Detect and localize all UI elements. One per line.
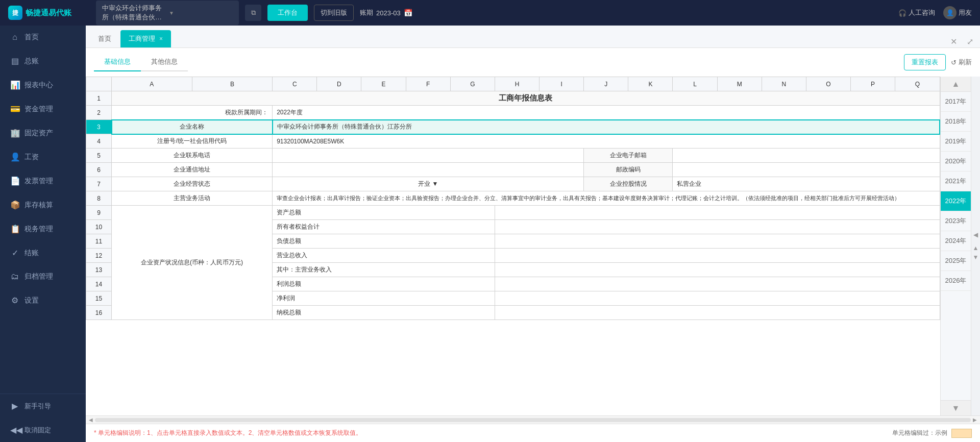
cell[interactable]: 企业经营状态 [112,177,273,191]
sidebar-item-wage[interactable]: 👤 工资 [0,145,86,169]
user-button[interactable]: 👤 用友 [943,6,972,19]
cell[interactable]: 净利润 [273,291,495,306]
year-scroll-up-button[interactable]: ▲ [941,77,971,92]
toolbar-right: 重置报表 ↺ 刷新 [904,54,972,70]
subtab-basic[interactable]: 基础信息 [94,53,141,71]
subtab-other[interactable]: 其他信息 [141,53,188,71]
cell[interactable] [495,234,940,249]
year-item-2022[interactable]: 2022年 [941,191,971,211]
cell-business[interactable]: 审查企业会计报表；出具审计报告；验证企业资本；出具验资报告；办理企业合并、分立、… [273,191,940,206]
cell[interactable]: 所有者权益合计 [273,220,495,234]
sidebar-item-settings[interactable]: ⚙ 设置 [0,288,86,312]
panel-up-button[interactable]: ▲ [973,244,979,252]
table-row: 5 企业联系电话 企业电子邮箱 [86,149,940,163]
scroll-track[interactable] [95,418,971,422]
cell-dropdown[interactable]: 开业 ▼ [273,177,584,191]
tab-home[interactable]: 首页 [90,30,119,47]
year-item-2018[interactable]: 2018年 [941,112,971,132]
cell[interactable] [495,306,940,320]
sidebar-item-label: 工资 [24,153,39,162]
ledger-icon: ▤ [10,56,19,66]
year-item-2020[interactable]: 2020年 [941,152,971,171]
cell[interactable]: 主营业务活动 [112,191,273,206]
cell[interactable]: 企业电子邮箱 [584,149,673,163]
year-item-2026[interactable]: 2026年 [941,271,971,291]
sidebar-item-label: 库存核算 [24,201,53,210]
sidebar: ⌂ 首页 ▤ 总账 📊 报表中心 💳 资金管理 🏢 固定资产 👤 工资 📄 发票… [0,26,86,442]
year-list: 2017年 2018年 2019年 2020年 2021年 2022年 2023… [941,92,971,400]
sidebar-item-home[interactable]: ⌂ 首页 [0,26,86,49]
cell[interactable]: 纳税总额 [273,306,495,320]
cell[interactable]: 其中：主营业务收入 [273,263,495,277]
cell-company-name[interactable]: 中审众环会计师事务所（特殊普通合伙）江苏分所 [273,120,940,134]
year-item-2017[interactable]: 2017年 [941,92,971,112]
cell[interactable]: 邮政编码 [584,163,673,177]
sidebar-item-newbie[interactable]: ▶ 新手引导 [0,394,86,418]
panel-down-button[interactable]: ▼ [973,254,979,261]
year-item-2025[interactable]: 2025年 [941,251,971,271]
cell[interactable]: 资产总额 [273,206,495,220]
company-selector[interactable]: 中审众环会计师事务所（特殊普通合伙… ▼ [96,1,239,25]
refresh-button[interactable]: ↺ 刷新 [951,58,972,67]
copy-button[interactable]: ⧉ [245,5,261,21]
year-item-2021[interactable]: 2021年 [941,171,971,191]
cell[interactable]: 企业控股情况 [584,177,673,191]
cell[interactable]: 税款所属期间： [112,106,273,120]
cell[interactable]: 91320100MA208E5W6K [273,134,940,149]
sidebar-item-asset[interactable]: 🏢 固定资产 [0,121,86,145]
sidebar-item-report[interactable]: 📊 报表中心 [0,73,86,97]
scroll-left-button[interactable]: ◀ [87,416,95,424]
sidebar-item-settle[interactable]: ✓ 结账 [0,241,86,265]
cell[interactable] [273,149,584,163]
cell[interactable]: 私营企业 [673,177,940,191]
cell[interactable] [495,249,940,263]
close-window-button[interactable]: ✕ [947,35,960,47]
scroll-right-button[interactable]: ▶ [971,416,979,424]
maximize-window-button[interactable]: ⤢ [964,35,976,47]
col-header-p: P [851,77,895,91]
table-row: 9 企业资产状况信息(币种：人民币万元) 资产总额 [86,206,940,220]
sidebar-item-inventory[interactable]: 📦 库存核算 [0,193,86,217]
workbench-button[interactable]: 工作台 [267,5,308,21]
cell[interactable]: 利润总额 [273,277,495,291]
cell[interactable] [495,291,940,306]
sidebar-item-unpin[interactable]: ◀◀ 取消固定 [0,418,86,442]
cell[interactable] [495,263,940,277]
cell[interactable] [273,163,584,177]
cell[interactable]: 注册号/统一社会信用代码 [112,134,273,149]
tab-active[interactable]: 工商管理 × [120,30,171,47]
cell[interactable]: 营业总收入 [273,249,495,263]
edit-note-label: 单元格编辑过：示例 [892,429,947,437]
cell[interactable]: 企业名称 [112,120,273,134]
year-scroll-down-button[interactable]: ▼ [941,400,971,415]
sidebar-item-label: 总账 [24,57,39,66]
table-title[interactable]: 工商年报信息表 [112,91,940,106]
row-number: 4 [86,134,112,149]
cell[interactable]: 负债总额 [273,234,495,249]
year-item-2024[interactable]: 2024年 [941,231,971,251]
year-item-2023[interactable]: 2023年 [941,211,971,231]
horizontal-scrollbar[interactable]: ◀ ▶ [86,415,980,424]
cell[interactable] [495,277,940,291]
cell[interactable]: 企业通信地址 [112,163,273,177]
year-item-2019[interactable]: 2019年 [941,132,971,152]
cell[interactable]: 企业联系电话 [112,149,273,163]
service-button[interactable]: 🎧 人工咨询 [898,8,935,17]
calendar-icon[interactable]: 📅 [404,9,412,17]
cell[interactable] [495,206,940,220]
cell[interactable]: 2022年度 [273,106,940,120]
tab-close-button[interactable]: × [159,35,163,42]
table-container[interactable]: A B C D E F G H I J K L M [86,77,940,415]
sidebar-item-archive[interactable]: 🗂 归档管理 [0,265,86,288]
reset-report-button[interactable]: 重置报表 [904,54,946,70]
panel-collapse-button[interactable]: ◀ [973,231,978,238]
cell-merged[interactable]: 企业资产状况信息(币种：人民币万元) [112,206,273,320]
old-version-button[interactable]: 切到旧版 [314,5,354,21]
sidebar-item-tax[interactable]: 📋 税务管理 [0,217,86,241]
sidebar-item-ledger[interactable]: ▤ 总账 [0,49,86,73]
cell[interactable] [495,220,940,234]
sidebar-item-fund[interactable]: 💳 资金管理 [0,97,86,121]
cell[interactable] [673,163,940,177]
cell[interactable] [673,149,940,163]
sidebar-item-invoice[interactable]: 📄 发票管理 [0,169,86,193]
